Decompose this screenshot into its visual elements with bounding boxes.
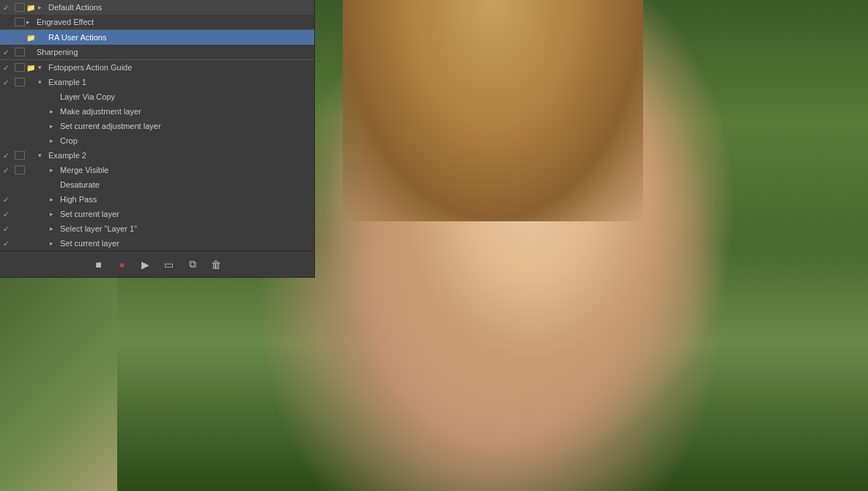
panel-toolbar: ■ ● ▶ ▭ ⧉ 🗑 xyxy=(0,251,314,277)
action-row-merge-visible[interactable]: ✓▸Merge Visible xyxy=(0,163,314,177)
check-mark-merge-visible[interactable]: ✓ xyxy=(3,166,15,174)
toggle-box-ra-user-actions[interactable] xyxy=(15,33,25,42)
arrow-example-2[interactable]: ▾ xyxy=(38,152,48,159)
folder-icon-ra-user-actions: 📁 xyxy=(26,34,35,42)
row-label-example-2: Example 2 xyxy=(48,151,311,160)
arrow-high-pass[interactable]: ▸ xyxy=(50,196,60,203)
arrow-crop[interactable]: ▸ xyxy=(50,137,60,144)
check-mark-select-layer-1[interactable]: ✓ xyxy=(3,225,15,233)
action-row-make-adjustment-layer[interactable]: ▸Make adjustment layer xyxy=(0,104,314,119)
toggle-box-example-1[interactable] xyxy=(15,78,25,86)
toggle-box-example-2[interactable] xyxy=(15,151,25,160)
folder-icon-fstoppers-action-guide: 📁 xyxy=(26,64,35,72)
arrow-merge-visible[interactable]: ▸ xyxy=(50,166,60,174)
arrow-engraved-effect[interactable]: ▸ xyxy=(26,18,37,26)
check-mark-set-current-layer-2[interactable]: ✓ xyxy=(3,240,15,248)
action-row-set-current-adjustment-layer[interactable]: ▸Set current adjustment layer xyxy=(0,119,314,133)
check-mark-example-1[interactable]: ✓ xyxy=(3,78,15,86)
row-label-merge-visible: Merge Visible xyxy=(60,166,311,174)
row-label-layer-via-copy: Layer Via Copy xyxy=(60,92,311,101)
action-row-ra-user-actions[interactable]: 📁RA User Actions xyxy=(0,30,314,45)
arrow-select-layer-1[interactable]: ▸ xyxy=(50,225,60,232)
row-label-fstoppers-action-guide: Fstoppers Action Guide xyxy=(48,63,311,72)
check-mark-set-current-layer[interactable]: ✓ xyxy=(3,210,15,218)
row-label-high-pass: High Pass xyxy=(60,195,311,204)
row-label-crop: Crop xyxy=(60,136,311,145)
toggle-box-fstoppers-action-guide[interactable] xyxy=(15,63,25,72)
action-row-desaturate[interactable]: Desaturate xyxy=(0,177,314,192)
check-mark-high-pass[interactable]: ✓ xyxy=(3,196,15,204)
action-row-layer-via-copy[interactable]: Layer Via Copy xyxy=(0,89,314,104)
row-label-ra-user-actions: RA User Actions xyxy=(48,33,311,42)
toggle-box-merge-visible[interactable] xyxy=(15,166,25,174)
action-row-example-2[interactable]: ✓▾Example 2 xyxy=(0,148,314,163)
row-label-make-adjustment-layer: Make adjustment layer xyxy=(60,107,311,116)
row-label-sharpening: Sharpening xyxy=(37,48,311,56)
check-mark-default-actions[interactable]: ✓ xyxy=(3,4,15,12)
action-row-crop[interactable]: ▸Crop xyxy=(0,133,314,148)
new-set-button[interactable]: ▭ xyxy=(162,257,177,272)
row-label-default-actions: Default Actions xyxy=(48,3,311,12)
arrow-fstoppers-action-guide[interactable]: ▾ xyxy=(38,64,48,71)
row-label-engraved-effect: Engraved Effect xyxy=(37,18,311,26)
toggle-box-engraved-effect[interactable] xyxy=(15,18,25,26)
check-mark-sharpening[interactable]: ✓ xyxy=(3,48,15,56)
arrow-set-current-layer-2[interactable]: ▸ xyxy=(50,240,60,247)
action-row-set-current-layer[interactable]: ✓▸Set current layer xyxy=(0,207,314,221)
actions-panel: ✓📁▸Default Actions▸Engraved Effect📁RA Us… xyxy=(0,0,315,278)
row-label-set-current-adjustment-layer: Set current adjustment layer xyxy=(60,122,311,130)
check-mark-example-2[interactable]: ✓ xyxy=(3,152,15,160)
record-button[interactable]: ● xyxy=(115,257,130,272)
row-label-desaturate: Desaturate xyxy=(60,180,311,189)
check-mark-fstoppers-action-guide[interactable]: ✓ xyxy=(3,64,15,72)
toggle-box-sharpening[interactable] xyxy=(15,48,25,56)
row-label-set-current-layer: Set current layer xyxy=(60,210,311,218)
arrow-set-current-adjustment-layer[interactable]: ▸ xyxy=(50,122,60,130)
action-row-default-actions[interactable]: ✓📁▸Default Actions xyxy=(0,0,314,15)
panel-content: ✓📁▸Default Actions▸Engraved Effect📁RA Us… xyxy=(0,0,314,251)
row-label-example-1: Example 1 xyxy=(48,78,311,86)
play-button[interactable]: ▶ xyxy=(138,257,153,272)
action-row-engraved-effect[interactable]: ▸Engraved Effect xyxy=(0,15,314,29)
action-row-set-current-layer-2[interactable]: ✓▸Set current layer xyxy=(0,236,314,251)
action-row-select-layer-1[interactable]: ✓▸Select layer "Layer 1" xyxy=(0,221,314,236)
arrow-default-actions[interactable]: ▸ xyxy=(38,4,48,11)
new-action-button[interactable]: ⧉ xyxy=(185,257,200,272)
action-row-high-pass[interactable]: ✓▸High Pass xyxy=(0,192,314,207)
row-label-set-current-layer-2: Set current layer xyxy=(60,239,311,248)
arrow-example-1[interactable]: ▾ xyxy=(38,78,48,86)
stop-button[interactable]: ■ xyxy=(92,257,106,272)
action-row-example-1[interactable]: ✓▾Example 1 xyxy=(0,75,314,89)
arrow-make-adjustment-layer[interactable]: ▸ xyxy=(50,108,60,115)
row-label-select-layer-1: Select layer "Layer 1" xyxy=(60,224,311,233)
action-row-fstoppers-action-guide[interactable]: ✓📁▾Fstoppers Action Guide xyxy=(0,60,314,75)
folder-icon-default-actions: 📁 xyxy=(26,4,35,12)
delete-button[interactable]: 🗑 xyxy=(209,257,223,272)
toggle-box-default-actions[interactable] xyxy=(15,3,25,12)
action-row-sharpening[interactable]: ✓Sharpening xyxy=(0,45,314,59)
arrow-set-current-layer[interactable]: ▸ xyxy=(50,210,60,218)
